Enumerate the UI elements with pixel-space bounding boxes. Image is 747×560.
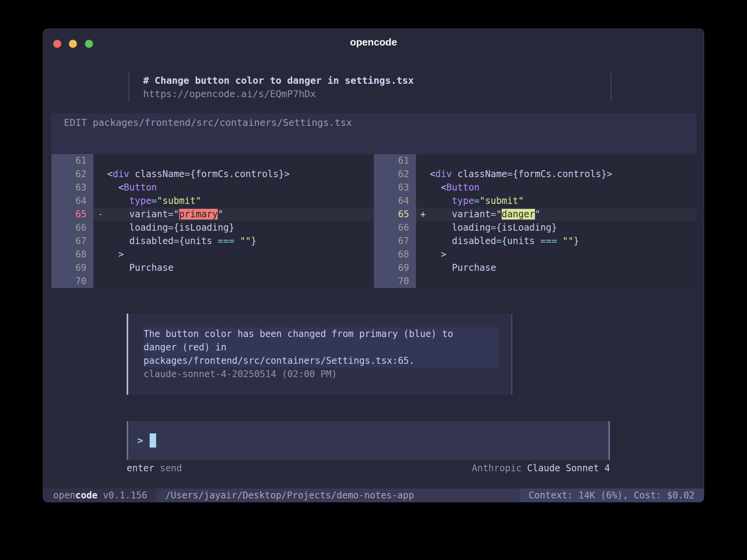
code-token: < <box>107 169 113 179</box>
app-name-code: code <box>75 490 98 501</box>
code-token: "" <box>234 236 251 246</box>
diff-line-body: loading={isLoading} <box>93 221 374 234</box>
diff-line-body: <div className={formCs.controls}> <box>93 168 374 181</box>
app-version: v0.1.156 <box>98 490 147 501</box>
model-indicator[interactable]: Anthropic Claude Sonnet 4 <box>472 462 610 475</box>
code-token: {isLoading} <box>496 222 557 233</box>
model-label: Claude Sonnet 4 <box>522 463 610 474</box>
diff-sign <box>416 194 430 208</box>
line-number: 64 <box>51 194 93 208</box>
diff-row: 68 > <box>374 248 696 261</box>
diff-sign: - <box>93 208 107 221</box>
code-token: "" <box>557 236 573 246</box>
edit-tool-panel: EDIT packages/frontend/src/containers/Se… <box>51 113 696 288</box>
text-cursor <box>150 433 156 448</box>
code-token: " <box>496 209 501 220</box>
diff-sign: + <box>416 208 430 221</box>
window-title: opencode <box>43 36 704 48</box>
chat-input[interactable]: > <box>127 421 610 460</box>
diff-row: 63 <Button <box>374 181 696 194</box>
diff-row: 64 type="submit" <box>51 194 374 208</box>
diff-line-body <box>416 275 696 288</box>
diff-sign <box>93 168 107 181</box>
code-text: type="submit" <box>107 194 201 208</box>
code-text: Purchase <box>107 261 173 275</box>
message-line: danger (red) in <box>144 341 499 354</box>
diff-line-body: <div className={formCs.controls}> <box>416 168 696 181</box>
send-action-label: send <box>154 463 182 474</box>
code-token: < <box>107 182 124 193</box>
line-number: 62 <box>374 168 416 181</box>
code-text: variant="primary" <box>107 208 223 221</box>
code-token: = <box>491 209 496 220</box>
code-token: {units <box>179 236 218 246</box>
diff-sign <box>93 194 107 208</box>
code-token: Purchase <box>430 262 496 273</box>
diff-sign <box>416 181 430 194</box>
session-title: # Change button color to danger in setti… <box>143 74 610 87</box>
line-number: 63 <box>374 181 416 194</box>
line-number: 68 <box>51 248 93 261</box>
code-token: === <box>540 236 557 246</box>
code-token: = <box>168 209 173 220</box>
diff-row: 67 disabled={units === ""} <box>51 234 374 248</box>
edit-file-label: EDIT packages/frontend/src/containers/Se… <box>64 116 352 129</box>
message-model-timestamp: claude-sonnet-4-20250514 (02:00 PM) <box>144 368 511 381</box>
status-bar: opencode v0.1.156 /Users/jayair/Desktop/… <box>43 488 704 502</box>
line-number: 61 <box>374 154 416 168</box>
code-text: <div className={formCs.controls}> <box>430 168 612 181</box>
message-line: The button color has been changed from p… <box>144 327 499 341</box>
message-line: packages/frontend/src/containers/Setting… <box>144 354 499 368</box>
diff-row: 61 <box>51 154 374 168</box>
code-token: = <box>474 195 480 206</box>
diff-row: 66 loading={isLoading} <box>51 221 374 234</box>
diff-pane-new: 6162<div className={formCs.controls}>63 … <box>374 154 696 288</box>
diff-sign <box>93 154 107 168</box>
line-number: 69 <box>51 261 93 275</box>
code-token: " <box>173 209 179 220</box>
line-number: 66 <box>51 221 93 234</box>
diff-line-body <box>93 154 374 168</box>
code-token: } <box>251 236 256 246</box>
code-token: " <box>218 209 223 220</box>
diff-line-body: - variant="primary" <box>93 208 374 221</box>
code-token: variant <box>430 209 491 220</box>
diff-row: 65+ variant="danger" <box>374 208 696 221</box>
diff-sign <box>93 261 107 275</box>
diff-line-body: type="submit" <box>93 194 374 208</box>
code-token: } <box>574 236 579 246</box>
code-token: " <box>535 209 540 220</box>
diff-sign <box>416 168 430 181</box>
code-token: "submit" <box>157 195 201 206</box>
line-number: 68 <box>374 248 416 261</box>
provider-label: Anthropic <box>472 463 522 474</box>
line-number: 61 <box>51 154 93 168</box>
line-number: 64 <box>374 194 416 208</box>
code-text: <div className={formCs.controls}> <box>107 168 290 181</box>
line-number: 65 <box>51 208 93 221</box>
diff-line-body: loading={isLoading} <box>416 221 696 234</box>
code-token: div <box>113 169 129 179</box>
diff-row: 69 Purchase <box>51 261 374 275</box>
code-token: = <box>152 195 157 206</box>
code-token: = <box>184 169 190 179</box>
diff-sign <box>416 234 430 248</box>
project-path: /Users/jayair/Desktop/Projects/demo-note… <box>157 488 520 502</box>
assistant-message-text: The button color has been changed from p… <box>144 327 499 368</box>
diff-line-body <box>416 154 696 168</box>
code-token: > <box>107 249 124 260</box>
code-token: primary <box>179 209 218 220</box>
diff-sign <box>93 181 107 194</box>
diff-row: 66 loading={isLoading} <box>374 221 696 234</box>
code-token: loading <box>430 222 491 233</box>
line-number: 63 <box>51 181 93 194</box>
diff-sign <box>416 261 430 275</box>
line-number: 62 <box>51 168 93 181</box>
code-token: type <box>452 195 474 206</box>
line-number: 70 <box>51 275 93 288</box>
code-token: variant <box>107 209 168 220</box>
session-share-url[interactable]: https://opencode.ai/s/EQmP7hDx <box>143 87 610 101</box>
code-token <box>430 195 452 206</box>
code-token: {units <box>502 236 540 246</box>
code-token: = <box>491 222 496 233</box>
